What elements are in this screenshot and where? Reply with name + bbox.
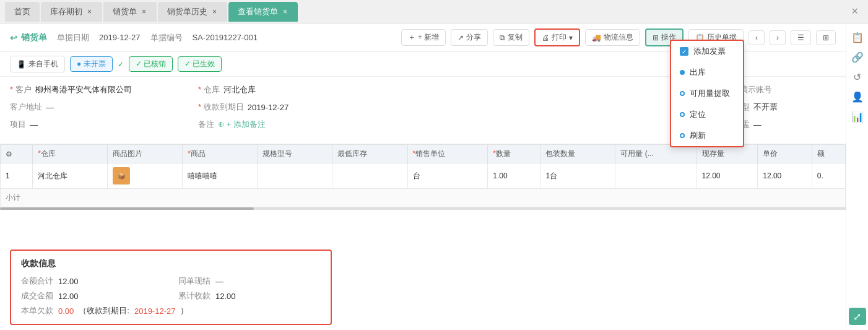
operation-icon: ⊞ (653, 33, 659, 42)
sidebar-icon-link[interactable]: 🔗 (849, 48, 866, 66)
tab-view-close[interactable]: × (282, 7, 289, 16)
due-date-label: * 收款到期日 (198, 102, 244, 113)
add-note-icon: ⊕ (218, 119, 224, 129)
tab-sales-close[interactable]: × (141, 7, 147, 16)
tab-sales-order[interactable]: 销货单 × (103, 2, 157, 22)
sidebar-icon-refresh[interactable]: ↺ (849, 68, 866, 85)
cell-available (615, 163, 697, 189)
print-chevron: ▾ (569, 33, 573, 42)
sidebar-icon-user[interactable]: 👤 (849, 88, 866, 105)
cell-pack-qty: 1台 (540, 163, 615, 189)
subtotal-label: 小计 (1, 189, 846, 207)
dropdown-add-invoice[interactable]: ✓ 添加发票 (671, 41, 743, 62)
check-circle[interactable]: ✓ (118, 60, 124, 69)
add-note-button[interactable]: ⊕ + 添加备注 (218, 119, 266, 130)
print-button[interactable]: 🖨 打印 ▾ (534, 28, 580, 46)
share-label: 分享 (466, 32, 481, 43)
staff-value: 演示账号 (740, 84, 772, 95)
logistics-button[interactable]: 🚚 物流信息 (585, 29, 640, 46)
customer-field: * 客户 柳州粤港平安气体有限公司 (10, 84, 134, 95)
tab-inventory-init[interactable]: 库存期初 × (41, 2, 102, 22)
total-amount-item: 金额合计 12.00 (21, 276, 163, 287)
warehouse-value: 河北仓库 (224, 84, 256, 95)
grid-view-button[interactable]: ⊞ (816, 30, 836, 45)
deal-amount-item: 成交金额 12.00 (21, 290, 163, 302)
payment-panel: 收款信息 金额合计 12.00 同单现结 — 成交金额 12.00 累计收款 1… (10, 250, 332, 325)
cancelled-button[interactable]: ✓ 已核销 (129, 56, 173, 72)
list-view-button[interactable]: ☰ (791, 30, 811, 45)
cell-min-stock (332, 163, 407, 189)
table-header-row: ⚙ *仓库 商品图片 *商品 规格型号 最低库存 *销售单位 *数量 包装数量 … (1, 145, 846, 163)
tab-history-close[interactable]: × (211, 7, 218, 16)
operation-dropdown: ✓ 添加发票 出库 可用量提取 定位 刷新 (670, 40, 744, 147)
share-button[interactable]: ↗ 分享 (451, 29, 488, 46)
cell-stock: 12.00 (697, 163, 758, 189)
dropdown-refresh[interactable]: 刷新 (671, 125, 743, 146)
balance-due-date: 2019-12-27 (134, 306, 176, 316)
date-value: 2019-12-27 (99, 33, 141, 42)
salesperson-value: — (753, 120, 762, 129)
total-amount-label: 金额合计 (21, 276, 53, 287)
refresh-label: 刷新 (690, 130, 706, 141)
due-date-field: * 收款到期日 2019-12-27 (198, 102, 322, 113)
copy-icon: ⧉ (500, 33, 505, 42)
doc-type-label: 销货单 (21, 32, 47, 43)
tab-sales-history[interactable]: 销货单历史 × (158, 2, 227, 22)
doc-title: ↩ 销货单 (10, 32, 47, 43)
refresh-icon (680, 133, 685, 138)
available-qty-icon (680, 91, 685, 96)
col-available: 可用量 (... (615, 145, 697, 163)
cancelled-icon: ✓ (136, 59, 142, 68)
copy-button[interactable]: ⧉ 复制 (493, 29, 529, 46)
number-label: 单据编号 (150, 32, 183, 43)
col-settings[interactable]: ⚙ (1, 145, 33, 163)
same-order-value: — (215, 277, 224, 286)
ticket-value: 不开票 (753, 102, 778, 113)
sidebar-icon-chart[interactable]: 📊 (849, 108, 866, 125)
nav-next-button[interactable]: › (770, 30, 786, 45)
logistics-icon: 🚚 (592, 33, 601, 42)
effective-button[interactable]: ✓ 已生效 (178, 56, 222, 72)
horizontal-scrollbar[interactable] (0, 207, 846, 210)
new-button[interactable]: ＋ + 新增 (401, 29, 446, 46)
col-amount: 额 (812, 145, 845, 163)
warehouse-field: * 仓库 河北仓库 (198, 84, 322, 95)
add-invoice-label: 添加发票 (693, 46, 726, 57)
from-phone-button[interactable]: 📱 来自手机 (10, 56, 65, 72)
tab-bar: 首页 库存期初 × 销货单 × 销货单历史 × 查看销货单 × × (0, 0, 868, 24)
total-received-value: 12.00 (215, 292, 236, 301)
number-value: SA-20191227-001 (193, 33, 258, 42)
col-stock: 现存量 (697, 145, 758, 163)
print-icon: 🖨 (542, 33, 549, 42)
not-open-label: 未开票 (84, 59, 106, 68)
col-product: *商品 (183, 145, 258, 163)
same-order-settle-item: 同单现结 — (178, 276, 321, 287)
effective-icon: ✓ (184, 59, 191, 68)
main-close-button[interactable]: × (846, 5, 863, 18)
dropdown-available-qty[interactable]: 可用量提取 (671, 83, 743, 104)
warehouse-label: * 仓库 (198, 84, 220, 95)
sidebar-icon-clipboard[interactable]: 📋 (849, 28, 866, 46)
cell-product-img: 📦 (108, 163, 183, 189)
sidebar-icon-expand[interactable]: ⤢ (849, 308, 866, 325)
scroll-thumb[interactable] (0, 207, 254, 210)
deal-amount-value: 12.00 (58, 292, 79, 301)
tab-inventory-close[interactable]: × (86, 7, 93, 16)
cell-quantity: 1.00 (488, 163, 540, 189)
tab-home[interactable]: 首页 (5, 2, 40, 22)
locate-icon (680, 112, 685, 117)
copy-label: 复制 (508, 32, 523, 43)
nav-prev-button[interactable]: ‹ (749, 30, 765, 45)
dropdown-outbound[interactable]: 出库 (671, 62, 743, 83)
balance-label: 本单欠款 (21, 305, 53, 316)
address-value: — (46, 103, 54, 112)
data-table: ⚙ *仓库 商品图片 *商品 规格型号 最低库存 *销售单位 *数量 包装数量 … (0, 144, 846, 207)
table-section: ⚙ *仓库 商品图片 *商品 规格型号 最低库存 *销售单位 *数量 包装数量 … (0, 144, 846, 245)
payment-grid: 金额合计 12.00 同单现结 — 成交金额 12.00 累计收款 12.00 … (21, 276, 321, 316)
col-product-img: 商品图片 (108, 145, 183, 163)
tab-view-sales[interactable]: 查看销货单 × (228, 2, 298, 22)
project-value: — (30, 120, 38, 129)
cell-unit-price: 12.00 (758, 163, 812, 189)
not-open-button[interactable]: ● 未开票 (70, 56, 113, 72)
dropdown-locate[interactable]: 定位 (671, 104, 743, 125)
